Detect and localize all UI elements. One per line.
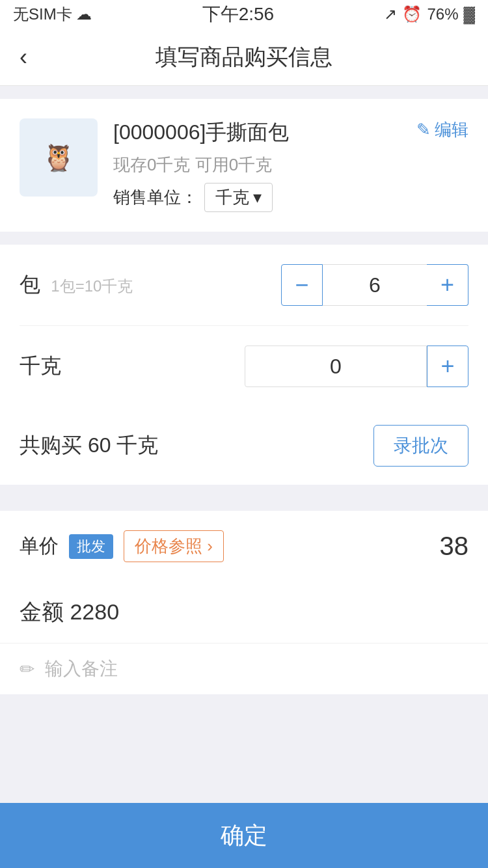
amount-section: 金额 2280 ✏ 输入备注	[0, 582, 488, 694]
amount-row: 金额 2280	[0, 582, 488, 643]
status-bar: 无SIM卡 ☁ 下午2:56 ↗ ⏰ 76% ▓	[0, 0, 488, 29]
note-placeholder: 输入备注	[45, 657, 118, 681]
package-label-group: 包 1包=10千克	[20, 271, 133, 299]
unit-label: 销售单位：	[113, 186, 198, 209]
alarm-icon: ⏰	[402, 5, 422, 23]
total-label: 共购买 60 千克	[20, 431, 158, 460]
sim-status: 无SIM卡 ☁	[13, 4, 92, 25]
note-icon: ✏	[20, 658, 34, 680]
edit-icon: ✎	[416, 120, 431, 140]
amount-label: 金额	[20, 599, 64, 624]
package-sublabel: 1包=10千克	[51, 277, 133, 295]
product-logo: 🦉	[42, 142, 75, 173]
input-section: 包 1包=10千克 − + 千克 +	[0, 245, 488, 407]
nav-bar: ‹ 填写商品购买信息	[0, 29, 488, 86]
unit-select[interactable]: 千克 ▾	[204, 183, 273, 212]
status-left: 无SIM卡 ☁	[13, 4, 92, 25]
product-info: [0000006]手撕面包 现存0千克 可用0千克 销售单位： 千克 ▾	[113, 118, 468, 212]
price-row: 单价 批发 价格参照 › 38	[20, 530, 468, 562]
record-batch-button[interactable]: 录批次	[373, 425, 468, 467]
status-right: ↗ ⏰ 76% ▓	[384, 5, 475, 23]
status-time: 下午2:56	[202, 2, 275, 27]
price-ref-button[interactable]: 价格参照 ›	[124, 530, 224, 562]
kg-row: 千克 +	[20, 326, 468, 407]
edit-label: 编辑	[435, 118, 468, 141]
price-section: 单价 批发 价格参照 › 38	[0, 511, 488, 582]
battery-icon: ▓	[463, 5, 475, 23]
package-stepper: − +	[281, 264, 468, 306]
unit-arrow: ▾	[253, 187, 262, 208]
product-name: [0000006]手撕面包	[113, 118, 468, 147]
unit-value: 千克	[215, 186, 249, 209]
confirm-label: 确定	[221, 820, 267, 852]
price-value: 38	[440, 532, 469, 561]
divider-2	[0, 485, 488, 498]
kg-label: 千克	[20, 352, 61, 381]
product-card: 🦉 [0000006]手撕面包 现存0千克 可用0千克 销售单位： 千克 ▾ ✎…	[0, 99, 488, 232]
price-label: 单价	[20, 533, 59, 560]
package-row: 包 1包=10千克 − +	[20, 245, 468, 326]
kg-stepper: +	[245, 346, 468, 387]
edit-button[interactable]: ✎ 编辑	[416, 118, 468, 141]
product-image: 🦉	[20, 118, 98, 197]
package-input[interactable]	[323, 264, 427, 306]
back-icon: ‹	[20, 44, 27, 70]
back-button[interactable]: ‹	[13, 37, 34, 77]
product-stock: 现存0千克 可用0千克	[113, 154, 468, 176]
kg-plus-button[interactable]: +	[427, 346, 468, 387]
note-row[interactable]: ✏ 输入备注	[0, 643, 488, 694]
divider-1	[0, 232, 488, 245]
location-icon: ↗	[384, 5, 397, 23]
package-label: 包	[20, 273, 40, 296]
page-title: 填写商品购买信息	[156, 42, 332, 72]
total-row: 共购买 60 千克 录批次	[0, 407, 488, 485]
battery-level: 76%	[427, 5, 458, 23]
confirm-bar[interactable]: 确定	[0, 803, 488, 868]
batch-tag: 批发	[69, 534, 113, 559]
amount-value: 2280	[70, 599, 119, 624]
package-plus-button[interactable]: +	[427, 264, 468, 306]
package-minus-button[interactable]: −	[281, 264, 323, 306]
product-unit-row: 销售单位： 千克 ▾	[113, 183, 468, 212]
kg-input[interactable]	[245, 346, 427, 387]
